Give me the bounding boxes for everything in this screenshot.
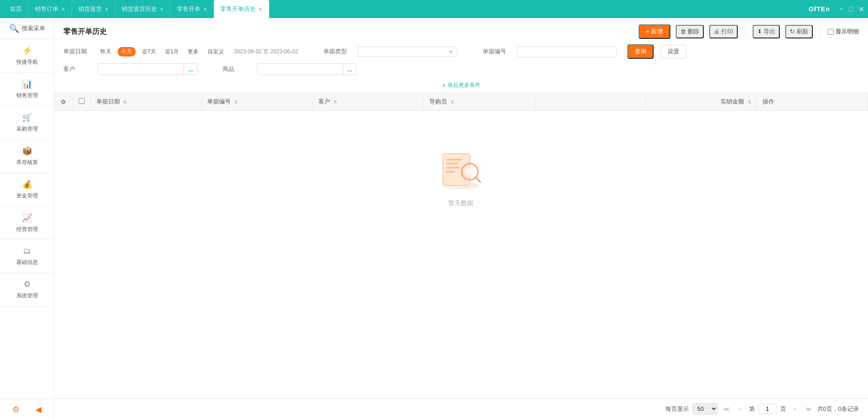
svg-rect-5 bbox=[446, 171, 455, 173]
type-select[interactable] bbox=[358, 47, 457, 57]
tab-retail-history[interactable]: 零售开单历史 ✕ bbox=[214, 0, 269, 18]
page-label-prefix: 第 bbox=[749, 405, 755, 413]
tab-retail-order[interactable]: 零售开单 ✕ bbox=[171, 0, 214, 18]
maximize-btn[interactable]: □ bbox=[849, 5, 853, 13]
settings-button[interactable]: 设置 bbox=[661, 45, 686, 58]
svg-rect-4 bbox=[446, 167, 460, 169]
customer-input[interactable] bbox=[98, 64, 184, 75]
delete-button[interactable]: 🗑 删除 bbox=[676, 25, 704, 38]
tab-sales-return-history-close[interactable]: ✕ bbox=[160, 6, 164, 12]
add-button[interactable]: + 新增 bbox=[639, 24, 670, 39]
svg-point-9 bbox=[466, 168, 470, 172]
col-settings[interactable]: ⚙ bbox=[54, 93, 72, 111]
col-date[interactable]: 单据日期 ⇅ bbox=[90, 93, 202, 111]
minimize-btn[interactable]: − bbox=[839, 5, 843, 13]
sidebar-bottom: ⚙ ◀ bbox=[0, 400, 54, 419]
page-title-row: 零售开单历史 + 新增 🗑 删除 🖨 打印 ⬇ 导出 ↻ 刷新 显示明细 bbox=[63, 24, 859, 39]
tab-home-label: 首页 bbox=[10, 5, 22, 13]
inventory-icon: 📦 bbox=[22, 146, 32, 156]
col-guide-label: 导购员 bbox=[429, 98, 447, 105]
date-range-text: 2023-06-02 至 2023-06-02 bbox=[234, 48, 298, 56]
svg-rect-2 bbox=[446, 159, 462, 160]
page-label-suffix: 页 bbox=[780, 405, 786, 413]
first-page-btn[interactable]: ≪ bbox=[721, 405, 732, 414]
export-button[interactable]: ⬇ 导出 bbox=[753, 25, 780, 38]
page-input[interactable] bbox=[759, 404, 777, 414]
last-page-btn[interactable]: ≫ bbox=[803, 405, 814, 414]
sidebar-finance-label: 资金管理 bbox=[16, 192, 38, 200]
tab-retail-order-label: 零售开单 bbox=[177, 5, 200, 13]
empty-area: 暂无数据 bbox=[54, 111, 868, 244]
print-button[interactable]: 🖨 打印 bbox=[709, 25, 738, 38]
collapse-up-icon: ∧ bbox=[442, 82, 446, 89]
page-header: 零售开单历史 + 新增 🗑 删除 🖨 打印 ⬇ 导出 ↻ 刷新 显示明细 bbox=[54, 18, 868, 93]
close-btn[interactable]: ✕ bbox=[859, 5, 864, 14]
date-btn-custom[interactable]: 自定义 bbox=[205, 47, 227, 56]
sidebar-item-finance[interactable]: 💰 资金管理 bbox=[0, 173, 54, 207]
prev-page-btn[interactable]: ＜ bbox=[735, 404, 745, 414]
settings-bottom-icon[interactable]: ⚙ bbox=[12, 405, 19, 414]
brand-name: OfTEn bbox=[809, 5, 830, 13]
finance-icon: 💰 bbox=[22, 179, 32, 189]
empty-illustration bbox=[434, 147, 488, 192]
search-icon: 🔍 bbox=[9, 24, 19, 33]
date-btn-yesterday[interactable]: 昨天 bbox=[98, 47, 114, 56]
goods-input[interactable] bbox=[257, 64, 343, 75]
query-button[interactable]: 查询 bbox=[627, 44, 654, 59]
col-amount[interactable]: 实销金额 ⇅ bbox=[646, 93, 757, 111]
tab-sales-return-history[interactable]: 销货退货历史 ✕ bbox=[115, 0, 171, 18]
date-btn-today[interactable]: 今天 bbox=[118, 47, 136, 56]
col-spacer bbox=[535, 93, 646, 111]
main-layout: 🔍 搜索采单 ⚡ 快捷导航 📊 销售管理 🛒 采购管理 📦 库存核算 💰 资金管… bbox=[0, 18, 868, 419]
sidebar-item-search[interactable]: 🔍 搜索采单 bbox=[0, 18, 54, 39]
collapse-btn[interactable]: ∧ 收起更多条件 bbox=[63, 80, 859, 93]
sidebar-item-quick-nav[interactable]: ⚡ 快捷导航 bbox=[0, 39, 54, 73]
date-btn-more[interactable]: 更多 bbox=[185, 47, 201, 56]
col-checkbox[interactable] bbox=[72, 93, 90, 111]
page-title: 零售开单历史 bbox=[63, 27, 107, 37]
sidebar-item-purchase-mgmt[interactable]: 🛒 采购管理 bbox=[0, 106, 54, 140]
display-cols-checkbox[interactable] bbox=[828, 29, 834, 35]
per-page-select[interactable]: 10 20 50 100 bbox=[693, 403, 718, 414]
customer-dots-btn[interactable]: ... bbox=[184, 64, 197, 75]
quick-nav-icon: ⚡ bbox=[22, 46, 32, 56]
tab-retail-order-close[interactable]: ✕ bbox=[203, 6, 207, 12]
goods-label: 商品 bbox=[223, 65, 250, 73]
tab-sales-order[interactable]: 销售订单 ✕ bbox=[28, 0, 72, 18]
col-customer[interactable]: 客户 ⇅ bbox=[313, 93, 424, 111]
col-guide[interactable]: 导购员 ⇅ bbox=[424, 93, 535, 111]
table-empty-cell: 暂无数据 bbox=[54, 111, 868, 244]
order-no-input[interactable] bbox=[517, 46, 617, 57]
tab-retail-history-close[interactable]: ✕ bbox=[258, 6, 262, 12]
data-table: ⚙ 单据日期 ⇅ 单据编号 ⇅ 客户 bbox=[54, 93, 868, 244]
date-btn-1month[interactable]: 近1月 bbox=[162, 47, 182, 56]
sidebar-item-ops-mgmt[interactable]: 📈 经营管理 bbox=[0, 207, 54, 240]
table-container: ⚙ 单据日期 ⇅ 单据编号 ⇅ 客户 bbox=[54, 93, 868, 398]
goods-dots-btn[interactable]: ... bbox=[343, 64, 356, 75]
sidebar-sales-mgmt-label: 销售管理 bbox=[16, 92, 38, 99]
next-page-btn[interactable]: ＞ bbox=[790, 404, 800, 414]
table-header-row: ⚙ 单据日期 ⇅ 单据编号 ⇅ 客户 bbox=[54, 93, 868, 111]
ops-mgmt-icon: 📈 bbox=[22, 213, 32, 223]
empty-text: 暂无数据 bbox=[448, 199, 474, 207]
collapse-sidebar-icon[interactable]: ◀ bbox=[35, 405, 42, 414]
sidebar-item-sys-mgmt[interactable]: ⚙ 系统管理 bbox=[0, 273, 54, 306]
tab-sales-return-close[interactable]: ✕ bbox=[104, 6, 109, 12]
select-all-checkbox[interactable] bbox=[79, 98, 85, 104]
refresh-button[interactable]: ↻ 刷新 bbox=[785, 25, 813, 38]
tab-sales-order-close[interactable]: ✕ bbox=[61, 6, 65, 12]
pagination-bar: 每页显示 10 20 50 100 ≪ ＜ 第 页 ＞ ≫ 共0页，0条记录 bbox=[54, 398, 868, 419]
sidebar-item-sales-mgmt[interactable]: 📊 销售管理 bbox=[0, 73, 54, 106]
table-header: ⚙ 单据日期 ⇅ 单据编号 ⇅ 客户 bbox=[54, 93, 868, 111]
display-cols-label[interactable]: 显示明细 bbox=[828, 28, 859, 36]
col-no[interactable]: 单据编号 ⇅ bbox=[202, 93, 313, 111]
col-guide-sort-icon: ⇅ bbox=[451, 99, 454, 104]
sidebar-item-inventory[interactable]: 📦 库存核算 bbox=[0, 140, 54, 173]
sys-mgmt-icon: ⚙ bbox=[24, 279, 31, 289]
total-text: 共0页，0条记录 bbox=[817, 405, 859, 413]
top-bar: 首页 销售订单 ✕ 销货退货 ✕ 销货退货历史 ✕ 零售开单 ✕ 零售开单历史 … bbox=[0, 0, 868, 18]
tab-home[interactable]: 首页 bbox=[4, 0, 28, 18]
tab-sales-return[interactable]: 销货退货 ✕ bbox=[72, 0, 115, 18]
date-btn-7days[interactable]: 近7天 bbox=[139, 47, 159, 56]
sidebar-item-basic-info[interactable]: 🗂 基础信息 bbox=[0, 240, 54, 273]
